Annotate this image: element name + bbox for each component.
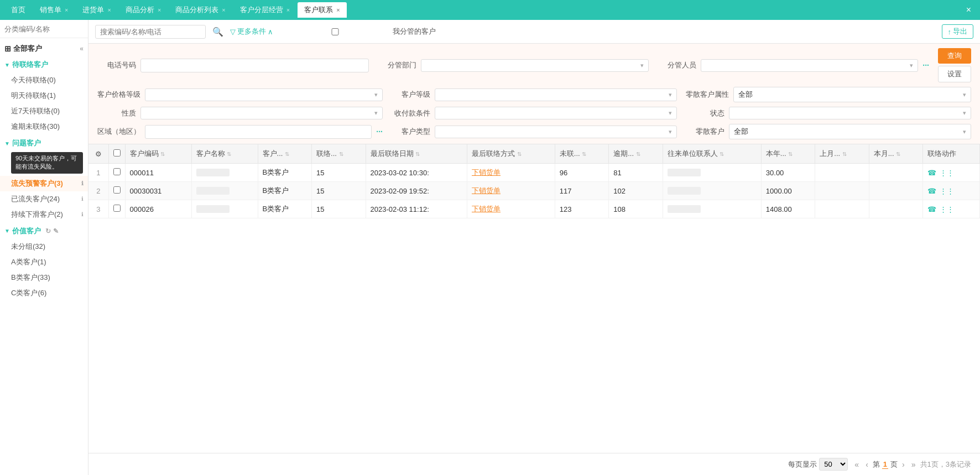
col-select-all[interactable] xyxy=(108,144,125,164)
prev-page-btn[interactable]: ‹ xyxy=(863,459,870,470)
nav-tab-customer-contact[interactable]: 客户联系 × xyxy=(298,2,346,18)
filter-status-select[interactable]: ▾ xyxy=(729,107,971,119)
manager-more-icon[interactable]: ··· xyxy=(922,61,929,70)
row-select-checkbox[interactable] xyxy=(113,168,121,175)
next-page-btn[interactable]: › xyxy=(900,459,907,470)
sidebar-item-overdue[interactable]: 逾期未联络(30) xyxy=(0,119,88,134)
row-this-year: 1408.00 xyxy=(761,200,815,218)
nav-tab-analysis-list[interactable]: 商品分析列表 × xyxy=(169,2,232,18)
sort-icon-11: ⇅ xyxy=(842,151,847,157)
sidebar-item-today[interactable]: 今天待联络(0) xyxy=(0,72,88,88)
filter-region-input[interactable] xyxy=(145,125,372,139)
nav-home[interactable]: 首页 xyxy=(4,2,32,18)
nav-tab-analysis[interactable]: 商品分析 × xyxy=(119,2,168,18)
filter-cust-type-select[interactable]: ▾ xyxy=(435,126,677,138)
close-tab-analysis[interactable]: × xyxy=(158,7,161,13)
first-page-btn[interactable]: « xyxy=(852,459,861,470)
col-settings[interactable]: ⚙ xyxy=(88,144,108,164)
filter-payment-select[interactable]: ▾ xyxy=(435,107,677,119)
edit-icon[interactable]: ✎ xyxy=(53,227,59,235)
close-tab-customer-contact[interactable]: × xyxy=(336,7,340,13)
col-this-year[interactable]: 本年... ⇅ xyxy=(761,144,815,164)
col-this-month[interactable]: 本月... ⇅ xyxy=(869,144,922,164)
col-last-month[interactable]: 上月... ⇅ xyxy=(815,144,869,164)
my-customers-checkbox[interactable]: 我分管的客户 xyxy=(280,27,436,36)
table-row: 1 000011 B类客户 15 2023-03-02 10:30: 下销货单 … xyxy=(88,164,980,182)
filter-nature-select[interactable]: ▾ xyxy=(140,107,383,119)
sidebar-all-customers[interactable]: ⊞ 全部客户 « xyxy=(0,40,88,57)
filter-retail-attr-select[interactable]: 全部 ▾ xyxy=(733,87,971,102)
row-person xyxy=(663,164,761,182)
more-conditions-btn[interactable]: ▽ 更多条件 ∧ xyxy=(230,27,273,36)
sidebar-item-tomorrow[interactable]: 明天待联络(1) xyxy=(0,88,88,103)
export-button[interactable]: ↑ 导出 xyxy=(942,24,974,39)
filter-row-2: 客户价格等级 ▾ 客户等级 ▾ 零散客户属性 全部 xyxy=(97,87,971,102)
contact-action-icon[interactable]: ☎ xyxy=(927,169,936,177)
more-action-icon[interactable]: ⋮⋮ xyxy=(940,169,954,177)
last-page-btn[interactable]: » xyxy=(909,459,918,470)
col-uncontacted[interactable]: 未联... ⇅ xyxy=(555,144,608,164)
nav-tab-sales[interactable]: 销售单 × xyxy=(33,2,75,18)
settings-button[interactable]: 设置 xyxy=(938,66,971,82)
row-this-year: 1000.00 xyxy=(761,182,815,200)
sidebar-item-classA[interactable]: A类客户(1) xyxy=(0,254,88,270)
filter-manager-select[interactable]: ▾ xyxy=(701,59,918,72)
col-code[interactable]: 客户编码 ⇅ xyxy=(125,144,191,164)
more-action-icon[interactable]: ⋮⋮ xyxy=(940,205,954,213)
close-tab-sales[interactable]: × xyxy=(65,7,68,13)
col-last-date[interactable]: 最后联络日期 ⇅ xyxy=(366,144,467,164)
filter-manager-label: 分管人员 xyxy=(658,60,696,70)
col-contact[interactable]: 联络... ⇅ xyxy=(312,144,366,164)
close-tab-customer-layer[interactable]: × xyxy=(286,7,290,13)
sidebar-search-input[interactable] xyxy=(4,25,88,33)
col-name[interactable]: 客户名称 ⇅ xyxy=(191,144,258,164)
row-this-year: 30.00 xyxy=(761,164,815,182)
col-person[interactable]: 往来单位联系人 ⇅ xyxy=(663,144,761,164)
filter-cust-grade-select[interactable]: ▾ xyxy=(435,88,677,101)
row-select-checkbox[interactable] xyxy=(113,186,121,194)
per-page-select[interactable]: 50 100 xyxy=(819,458,848,471)
close-tab-purchase[interactable]: × xyxy=(107,7,111,13)
my-customers-check[interactable] xyxy=(280,28,390,35)
search-button-icon[interactable]: 🔍 xyxy=(212,27,223,37)
col-type[interactable]: 客户... ⇅ xyxy=(258,144,311,164)
row-select-checkbox[interactable] xyxy=(113,205,121,212)
sidebar-item-churn-warning[interactable]: 流失预警客户(3) ℹ xyxy=(0,176,88,191)
filter-price-grade-select[interactable]: ▾ xyxy=(145,88,383,101)
nav-tab-purchase[interactable]: 进货单 × xyxy=(76,2,117,18)
arrow-icon: ▼ xyxy=(4,62,10,68)
sidebar-group-pending-title[interactable]: ▼ 待联络客户 xyxy=(0,57,88,72)
sidebar-group-value-title[interactable]: ▼ 价值客户 ↻ ✎ xyxy=(0,223,88,239)
row-checkbox-cell xyxy=(108,182,125,200)
select-all-checkbox[interactable] xyxy=(113,149,121,156)
filter-retail-cust-select[interactable]: 全部 ▾ xyxy=(729,124,971,139)
sidebar-item-classC[interactable]: C类客户(6) xyxy=(0,285,88,301)
close-all-tabs[interactable]: × xyxy=(962,5,976,15)
sidebar-item-churned[interactable]: 已流失客户(24) ℹ xyxy=(0,191,88,207)
table-container: ⚙ 客户编码 ⇅ 客户名称 ⇅ 客户... ⇅ 联络... ⇅ 最后联络日期 ⇅… xyxy=(88,144,980,453)
row-actions: ☎ ⋮⋮ xyxy=(923,164,980,182)
filter-price-grade-label: 客户价格等级 xyxy=(97,90,140,100)
filter-phone-input[interactable] xyxy=(140,59,369,72)
query-button[interactable]: 查询 xyxy=(938,48,971,64)
refresh-icon[interactable]: ↻ xyxy=(45,227,51,235)
more-action-icon[interactable]: ⋮⋮ xyxy=(940,187,954,195)
nav-tab-customer-layer[interactable]: 客户分层经营 × xyxy=(233,2,296,18)
filter-cust-type: 客户类型 ▾ xyxy=(392,126,677,138)
content-area: 🔍 ▽ 更多条件 ∧ 我分管的客户 ↑ 导出 电话号码 xyxy=(88,20,980,475)
col-last-method[interactable]: 最后联络方式 ⇅ xyxy=(467,144,555,164)
filter-dept-select[interactable]: ▾ xyxy=(421,59,649,72)
sidebar-group-problem-title[interactable]: ▼ 问题客户 xyxy=(0,135,88,151)
sidebar-item-ungrouped[interactable]: 未分组(32) xyxy=(0,239,88,254)
search-input[interactable] xyxy=(95,25,206,39)
sidebar-item-classB[interactable]: B类客户(33) xyxy=(0,270,88,285)
sidebar-item-declining[interactable]: 持续下滑客户(2) ℹ xyxy=(0,207,88,222)
filter-row-4: 区域（地区） ··· 客户类型 ▾ 零散客户 全部 ▾ xyxy=(97,124,971,139)
close-tab-analysis-list[interactable]: × xyxy=(222,7,225,13)
contact-action-icon[interactable]: ☎ xyxy=(927,205,936,213)
sidebar-item-7days[interactable]: 近7天待联络(0) xyxy=(0,103,88,119)
row-name xyxy=(191,164,258,182)
col-overdue[interactable]: 逾期... ⇅ xyxy=(609,144,663,164)
contact-action-icon[interactable]: ☎ xyxy=(927,187,936,195)
region-more-icon[interactable]: ··· xyxy=(376,127,383,136)
